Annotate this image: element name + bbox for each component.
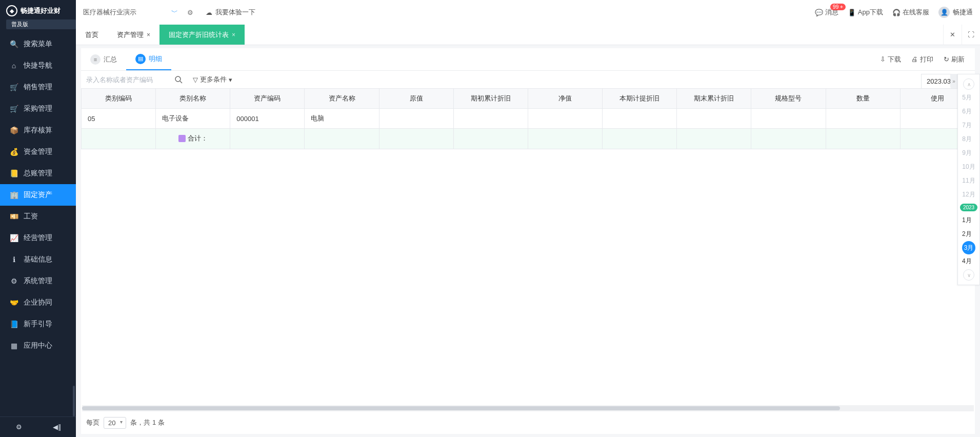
sidebar-item-14[interactable]: ▦应用中心 xyxy=(0,335,76,356)
col-header-9[interactable]: 规格型号 xyxy=(751,89,826,109)
sidebar-item-4[interactable]: 📦库存核算 xyxy=(0,120,76,141)
close-icon[interactable]: × xyxy=(232,31,235,38)
total-cell-7 xyxy=(603,129,677,149)
user-block[interactable]: 👤 畅捷通 xyxy=(938,7,973,18)
period-month-disabled: 8月 xyxy=(962,132,975,146)
view-tab-0[interactable]: ≡汇总 xyxy=(81,48,126,70)
sidebar-footer: ⚙ ◀‖ xyxy=(0,416,76,437)
fullscreen-button[interactable]: ⛶ xyxy=(962,25,980,45)
close-all-tabs[interactable]: ✕ xyxy=(943,25,962,45)
gear-icon[interactable]: ⚙ xyxy=(187,9,193,16)
sidebar-item-label: 经营管理 xyxy=(24,233,52,243)
search-icon[interactable] xyxy=(174,75,183,84)
sidebar-item-3[interactable]: 🛒采购管理 xyxy=(0,98,76,120)
col-header-0[interactable]: 类别编码 xyxy=(82,89,156,109)
phone-icon: 📱 xyxy=(848,9,856,16)
sidebar-item-0[interactable]: 🔍搜索菜单 xyxy=(0,33,76,55)
view-tab-1[interactable]: ▤明细 xyxy=(126,48,171,70)
period-prev-button[interactable]: ∧ xyxy=(963,78,974,90)
ledger-icon: 📒 xyxy=(9,169,18,178)
sidebar-item-label: 基础信息 xyxy=(24,255,52,264)
message-link[interactable]: 💬 消息 99 + xyxy=(815,8,838,17)
download-button[interactable]: ⇩ 下载 xyxy=(880,55,901,64)
period-month[interactable]: 2月 xyxy=(962,227,975,241)
period-month-disabled: 6月 xyxy=(962,105,975,118)
sidebar-item-12[interactable]: 🤝企业协同 xyxy=(0,292,76,313)
page-tab-1[interactable]: 资产管理× xyxy=(108,25,159,45)
sidebar-item-11[interactable]: ⚙系统管理 xyxy=(0,270,76,292)
col-header-8[interactable]: 期末累计折旧 xyxy=(677,89,751,109)
col-header-1[interactable]: 类别名称 xyxy=(156,89,230,109)
table-hscrollbar[interactable] xyxy=(82,405,974,411)
period-panel: ∧ 5月6月7月8月9月10月11月12月 2023 1月2月3月4月 ∨ xyxy=(957,74,980,285)
view-tabs: ≡汇总▤明细 xyxy=(81,48,171,70)
cell-0-0: 05 xyxy=(82,109,156,129)
col-header-2[interactable]: 资产编码 xyxy=(230,89,305,109)
sidebar-scrollbar[interactable] xyxy=(73,386,75,416)
cell-0-2: 000001 xyxy=(230,109,305,129)
cell-0-6 xyxy=(528,109,602,129)
search-input[interactable] xyxy=(86,76,168,84)
cell-0-5 xyxy=(453,109,528,129)
cell-0-8 xyxy=(677,109,751,129)
sidebar-item-5[interactable]: 💰资金管理 xyxy=(0,141,76,163)
sidebar-item-label: 快捷导航 xyxy=(24,61,52,70)
col-header-4[interactable]: 原值 xyxy=(379,89,453,109)
sidebar-item-13[interactable]: 📘新手引导 xyxy=(0,313,76,335)
cloud-icon: ☁ xyxy=(206,9,212,16)
content: ≡汇总▤明细 ⇩ 下载 🖨 打印 ↻ 刷新 xyxy=(76,45,980,437)
print-icon: 🖨 xyxy=(911,55,918,63)
col-header-6[interactable]: 净值 xyxy=(528,89,602,109)
total-cell-3 xyxy=(305,129,379,149)
period-year-badge: 2023 xyxy=(960,204,977,211)
sidebar-item-7[interactable]: 🏢固定资产 xyxy=(0,184,76,206)
asset-icon: 🏢 xyxy=(9,190,18,200)
period-month[interactable]: 1月 xyxy=(962,213,975,227)
print-button[interactable]: 🖨 打印 xyxy=(911,55,933,64)
sidebar-item-9[interactable]: 📈经营管理 xyxy=(0,227,76,249)
support-link[interactable]: 🎧 在线客服 xyxy=(892,8,929,17)
sidebar-item-8[interactable]: 💴工资 xyxy=(0,206,76,227)
total-label-text: 合计： xyxy=(188,134,208,143)
total-cell-2 xyxy=(230,129,305,149)
sidebar-item-label: 总账管理 xyxy=(24,169,52,178)
try-link[interactable]: ☁ 我要体验一下 xyxy=(206,8,255,17)
settings-button[interactable]: ⚙ xyxy=(0,417,38,437)
more-filter-label: 更多条件 xyxy=(200,75,227,84)
sidebar-item-label: 采购管理 xyxy=(24,104,52,113)
sidebar-item-label: 资金管理 xyxy=(24,147,52,156)
sidebar-item-6[interactable]: 📒总账管理 xyxy=(0,163,76,184)
col-header-7[interactable]: 本期计提折旧 xyxy=(603,89,677,109)
page-size-select[interactable]: 20 xyxy=(104,417,126,429)
period-month-disabled: 10月 xyxy=(962,160,975,174)
period-month[interactable]: 3月 xyxy=(962,241,975,254)
view-actions: ⇩ 下载 🖨 打印 ↻ 刷新 xyxy=(880,55,975,64)
sidebar-item-10[interactable]: ℹ基础信息 xyxy=(0,249,76,270)
total-cell-10 xyxy=(826,129,900,149)
col-header-10[interactable]: 数量 xyxy=(826,89,900,109)
tabs-right: ✕ ⛶ xyxy=(943,25,980,45)
table-body: 05电子设备000001电脑合计： xyxy=(82,109,975,149)
table-row[interactable]: 05电子设备000001电脑 xyxy=(82,109,975,129)
sidebar-item-label: 企业协同 xyxy=(24,298,52,307)
more-filter-button[interactable]: ▽ 更多条件 ▾ xyxy=(193,75,232,84)
edition-tag: 普及版 xyxy=(6,19,76,29)
period-next-button[interactable]: ∨ xyxy=(963,269,974,281)
org-selector[interactable]: 医疗器械行业演示 ﹀ xyxy=(83,8,178,17)
col-header-5[interactable]: 期初累计折旧 xyxy=(453,89,528,109)
refresh-button[interactable]: ↻ 刷新 xyxy=(944,55,965,64)
period-collapse-toggle[interactable]: » xyxy=(950,74,957,88)
close-icon[interactable]: × xyxy=(147,31,150,38)
collapse-button[interactable]: ◀‖ xyxy=(38,417,76,437)
app-download-link[interactable]: 📱 App下载 xyxy=(848,8,883,17)
refresh-label: 刷新 xyxy=(951,55,965,64)
page-tab-0[interactable]: 首页 xyxy=(76,25,108,45)
sidebar-item-1[interactable]: ⌂快捷导航 xyxy=(0,55,76,76)
col-header-3[interactable]: 资产名称 xyxy=(305,89,379,109)
period-month[interactable]: 4月 xyxy=(962,254,975,268)
sidebar-item-2[interactable]: 🛒销售管理 xyxy=(0,76,76,98)
hscroll-thumb[interactable] xyxy=(82,406,840,410)
page-tab-2[interactable]: 固定资产折旧统计表× xyxy=(159,25,245,45)
gear-icon: ⚙ xyxy=(9,276,18,286)
total-cell-4 xyxy=(379,129,453,149)
